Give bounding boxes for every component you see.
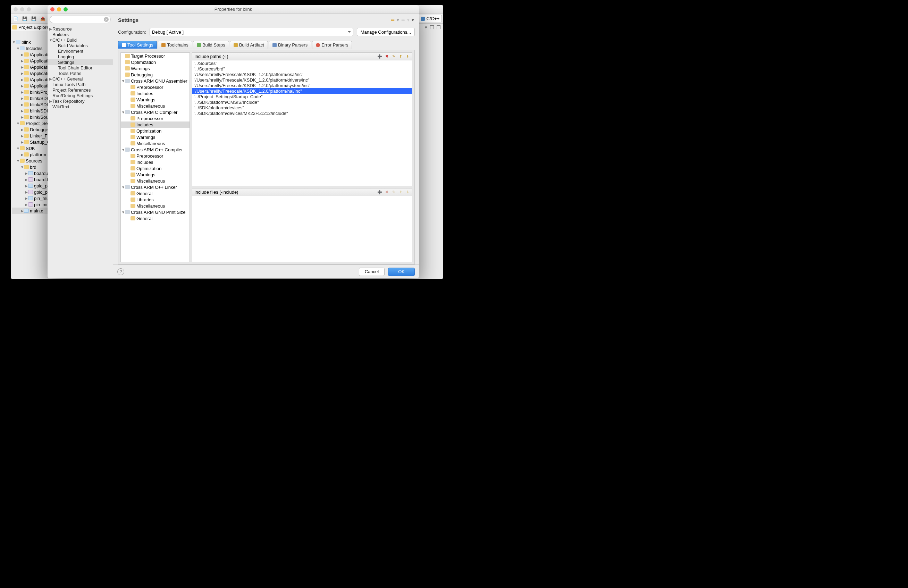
include-files-title: Include files (-include) xyxy=(194,190,238,195)
tool-tree-item[interactable]: Warnings xyxy=(121,65,190,71)
outline-chevron-icon[interactable]: ▾ xyxy=(425,25,427,30)
dialog-titlebar[interactable]: Properties for blink xyxy=(48,5,419,13)
include-files-list[interactable] xyxy=(192,196,412,262)
include-path-item[interactable]: "../Project_Settings/Startup_Code" xyxy=(192,94,412,99)
tool-tree-item[interactable]: Miscellaneous xyxy=(121,140,190,147)
include-path-item[interactable]: "../Sources/brd" xyxy=(192,66,412,71)
tool-tree-item[interactable]: Debugging xyxy=(121,71,190,78)
bg-max-dot[interactable] xyxy=(27,7,31,11)
tool-settings-tree[interactable]: Target Processor Optimization Warnings D… xyxy=(121,52,190,262)
tool-tree-item[interactable]: Warnings xyxy=(121,171,190,178)
tool-tree-item[interactable]: Target Processor xyxy=(121,53,190,59)
configuration-row: Configuration: Debug [ Active ] Manage C… xyxy=(118,28,415,36)
include-path-item[interactable]: "../Sources" xyxy=(192,60,412,66)
tool-tree-item[interactable]: Includes xyxy=(121,159,190,165)
outline-min-icon[interactable] xyxy=(430,25,434,29)
move-up-icon[interactable]: ⬆ xyxy=(398,54,403,59)
include-paths-panel: Include paths (-I) ➕ ✖ ✎ ⬆ ⬇ "../Sources… xyxy=(192,52,412,186)
tool-tree-item[interactable]: ▼Cross ARM C++ Compiler xyxy=(121,147,190,153)
tool-tree-item[interactable]: Preprocessor xyxy=(121,115,190,121)
tool-tree-item[interactable]: ▼Cross ARM C++ Linker xyxy=(121,184,190,190)
saveall-icon[interactable]: 💾 xyxy=(30,15,37,22)
clear-search-icon[interactable]: ✕ xyxy=(104,17,109,22)
edit-file-icon[interactable]: ✎ xyxy=(391,190,396,195)
category-item[interactable]: Build Variables xyxy=(48,43,113,48)
tool-tree-item[interactable]: Miscellaneous xyxy=(121,178,190,184)
include-paths-list[interactable]: "../Sources""../Sources/brd""/Users/nrei… xyxy=(192,60,412,186)
edit-path-icon[interactable]: ✎ xyxy=(391,54,396,59)
category-tree[interactable]: ▶Resource Builders▼C/C++ Build Build Var… xyxy=(48,25,113,279)
nav-forward-icon[interactable]: ➡ xyxy=(401,17,405,23)
move-file-up-icon[interactable]: ⬆ xyxy=(398,190,403,195)
tool-tree-item[interactable]: Includes xyxy=(121,121,190,128)
save-icon[interactable]: 💾 xyxy=(21,15,28,22)
cancel-button[interactable]: Cancel xyxy=(359,267,385,276)
perspective-switcher[interactable]: C/C++ xyxy=(418,15,442,22)
tool-tree-item[interactable]: Miscellaneous xyxy=(121,103,190,109)
include-path-item[interactable]: "/Users/nreilly/Freescale/KSDK_1.2.0/pla… xyxy=(192,83,412,88)
help-icon[interactable]: ? xyxy=(118,268,124,275)
add-file-icon[interactable]: ➕ xyxy=(377,190,382,195)
manage-configurations-button[interactable]: Manage Configurations... xyxy=(357,28,415,36)
add-path-icon[interactable]: ➕ xyxy=(377,54,382,59)
tool-tree-item[interactable]: Optimization xyxy=(121,128,190,134)
category-item[interactable]: Builders xyxy=(48,32,113,37)
tool-tree-item[interactable]: Miscellaneous xyxy=(121,203,190,209)
print-icon[interactable]: 📤 xyxy=(39,15,46,22)
outline-max-icon[interactable] xyxy=(437,25,441,29)
move-down-icon[interactable]: ⬇ xyxy=(405,54,410,59)
tab-toolchains[interactable]: Toolchains xyxy=(158,41,192,48)
tool-tree-item[interactable]: ▼Cross ARM GNU Print Size xyxy=(121,209,190,215)
tool-tree-item[interactable]: Libraries xyxy=(121,197,190,203)
ok-button[interactable]: OK xyxy=(388,267,415,276)
category-item[interactable]: ▶C/C++ General xyxy=(48,76,113,82)
bg-min-dot[interactable] xyxy=(20,7,24,11)
settings-heading: Settings xyxy=(118,17,138,23)
category-item[interactable]: ▶Task Repository xyxy=(48,98,113,104)
nav-back-menu-icon[interactable]: ▾ xyxy=(397,17,399,23)
tool-tree-item[interactable]: General xyxy=(121,215,190,221)
category-item[interactable]: Linux Tools Path xyxy=(48,82,113,87)
include-path-item[interactable]: "../SDK/platform/CMSIS/Include" xyxy=(192,99,412,105)
nav-menu-icon[interactable]: ▾ xyxy=(412,17,414,23)
include-path-item[interactable]: "/Users/nreilly/Freescale/KSDK_1.2.0/pla… xyxy=(192,88,412,94)
tab-tool-settings[interactable]: Tool Settings xyxy=(118,41,157,48)
include-path-item[interactable]: "/Users/nreilly/Freescale/KSDK_1.2.0/pla… xyxy=(192,71,412,77)
category-item[interactable]: ▶Resource xyxy=(48,26,113,32)
new-icon[interactable]: 📄 xyxy=(12,15,19,22)
tool-tree-item[interactable]: Warnings xyxy=(121,134,190,140)
tool-tree-item[interactable]: Optimization xyxy=(121,165,190,171)
tab-binary-parsers[interactable]: Binary Parsers xyxy=(269,41,311,48)
delete-file-icon[interactable]: ✖ xyxy=(384,190,389,195)
category-item[interactable]: Run/Debug Settings xyxy=(48,93,113,98)
category-item[interactable]: Logging xyxy=(48,54,113,60)
tool-tree-item[interactable]: Warnings xyxy=(121,97,190,103)
include-path-item[interactable]: "../SDK/platform/devices/MK22F51212/incl… xyxy=(192,110,412,116)
tool-tree-item[interactable]: Includes xyxy=(121,90,190,97)
category-item[interactable]: Tools Paths xyxy=(48,71,113,76)
nav-forward-menu-icon[interactable]: ▾ xyxy=(407,17,410,23)
move-file-down-icon[interactable]: ⬇ xyxy=(405,190,410,195)
tool-tree-item[interactable]: Optimization xyxy=(121,59,190,65)
tool-tree-item[interactable]: Preprocessor xyxy=(121,84,190,90)
tab-build-steps[interactable]: Build Steps xyxy=(193,41,229,48)
delete-path-icon[interactable]: ✖ xyxy=(384,54,389,59)
configuration-select[interactable]: Debug [ Active ] xyxy=(150,28,353,36)
bg-close-dot[interactable] xyxy=(13,7,18,11)
category-item[interactable]: Tool Chain Editor xyxy=(48,65,113,71)
category-item[interactable]: Project References xyxy=(48,87,113,93)
tab-error-parsers[interactable]: Error Parsers xyxy=(312,41,352,48)
category-item[interactable]: ▼C/C++ Build xyxy=(48,37,113,43)
nav-back-icon[interactable]: ⬅ xyxy=(391,17,394,23)
tool-tree-item[interactable]: ▼Cross ARM GNU Assembler xyxy=(121,78,190,84)
include-path-item[interactable]: "../SDK/platform/devices" xyxy=(192,105,412,110)
category-item[interactable]: Settings xyxy=(48,60,113,65)
include-path-item[interactable]: "/Users/nreilly/Freescale/KSDK_1.2.0/pla… xyxy=(192,77,412,83)
tool-tree-item[interactable]: ▼Cross ARM C Compiler xyxy=(121,109,190,115)
filter-input[interactable] xyxy=(50,16,111,23)
tool-tree-item[interactable]: Preprocessor xyxy=(121,153,190,159)
category-item[interactable]: Environment xyxy=(48,48,113,54)
category-item[interactable]: WikiText xyxy=(48,104,113,110)
tool-tree-item[interactable]: General xyxy=(121,190,190,197)
tab-build-artifact[interactable]: Build Artifact xyxy=(230,41,268,48)
